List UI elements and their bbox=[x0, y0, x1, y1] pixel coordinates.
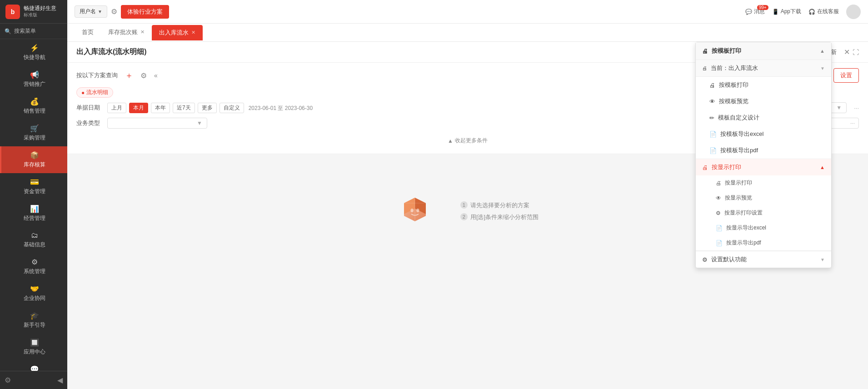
search-scheme-label: 按以下方案查询 bbox=[76, 71, 118, 80]
pdf-icon: 📄 bbox=[709, 147, 717, 154]
sidebar-item-system[interactable]: ⚙ 系统管理 bbox=[0, 253, 67, 280]
sidebar-item-marketing[interactable]: 📢 营销推广 bbox=[0, 66, 67, 93]
sidebar-search-area[interactable]: 🔍 搜索菜单 bbox=[0, 24, 67, 39]
template-pdf-item[interactable]: 📄 按模板导出pdf bbox=[696, 142, 831, 159]
display-preview-icon: 👁 bbox=[716, 195, 721, 201]
app-download-btn[interactable]: 📱 App下载 bbox=[772, 8, 801, 15]
current-template-item[interactable]: 🖨 当前：出入库流水 ▼ bbox=[696, 60, 831, 77]
page-title: 出入库流水(流水明细) bbox=[76, 47, 147, 57]
sidebar-item-label: 基础信息 bbox=[24, 241, 45, 249]
tip-num-2: 2 bbox=[460, 213, 468, 220]
sidebar-item-label: 营销推广 bbox=[24, 80, 45, 88]
filter-settings-icon[interactable]: ⚙ bbox=[140, 71, 147, 80]
filter-collapse-icon[interactable]: « bbox=[154, 72, 158, 79]
main-area: 用户名 ▼ ⚙ 体验行业方案 💬 消息 99+ 📱 App下载 🎧 在线客服 bbox=[67, 0, 868, 389]
sidebar-item-inventory[interactable]: 📦 库存核算 bbox=[0, 146, 67, 173]
system-icon: ⚙ bbox=[31, 258, 38, 266]
sidebar-navigation: ⚡ 快捷导航 📢 营销推广 💰 销售管理 🛒 采购管理 📦 库存核算 💳 资金管… bbox=[0, 39, 67, 371]
sidebar-item-basic[interactable]: 🗂 基础信息 bbox=[0, 227, 67, 253]
tab-flow[interactable]: 出入库流水 ✕ bbox=[152, 25, 203, 40]
warehouse-more-icon[interactable]: ··· bbox=[850, 120, 855, 126]
date-btn-custom[interactable]: 自定义 bbox=[219, 103, 244, 113]
display-settings-item[interactable]: ⚙ 按显示打印设置 bbox=[696, 205, 831, 220]
tab-flow-close-icon[interactable]: ✕ bbox=[191, 30, 195, 35]
settings-default-icon: ⚙ bbox=[702, 256, 708, 263]
display-pdf-icon: 📄 bbox=[716, 240, 723, 246]
template-preview-label: 按模板预览 bbox=[719, 97, 748, 105]
display-print-item[interactable]: 🖨 按显示打印 bbox=[696, 175, 831, 190]
quick-nav-icon: ⚡ bbox=[30, 44, 39, 52]
sidebar-item-apps[interactable]: 🔲 应用中心 bbox=[0, 334, 67, 360]
display-preview-item[interactable]: 👁 按显示预览 bbox=[696, 190, 831, 205]
tag-circle-icon: ● bbox=[81, 90, 85, 96]
tab-home-label: 首页 bbox=[82, 28, 94, 36]
sidebar-item-operations[interactable]: 📊 经营管理 bbox=[0, 200, 67, 227]
date-btn-current-year[interactable]: 本年 bbox=[151, 103, 170, 113]
headset-icon: 🎧 bbox=[808, 9, 815, 15]
settings-gear-icon[interactable]: ⚙ bbox=[111, 7, 117, 16]
sidebar-item-collab[interactable]: 🤝 企业协同 bbox=[0, 280, 67, 307]
tab-home[interactable]: 首页 bbox=[75, 25, 101, 41]
sales-icon: 💰 bbox=[30, 97, 39, 106]
type-more-icon[interactable]: ··· bbox=[854, 105, 859, 111]
preview-icon: 👁 bbox=[709, 98, 715, 105]
messages-btn[interactable]: 💬 消息 99+ bbox=[745, 8, 765, 15]
date-btn-last-month[interactable]: 上月 bbox=[107, 103, 126, 113]
logo-icon: b bbox=[5, 5, 20, 19]
logo-area: b 畅捷通好生意 标准版 bbox=[0, 0, 67, 24]
date-btn-current-month[interactable]: 本月 bbox=[129, 103, 148, 113]
display-print-label: 按显示打印 bbox=[725, 179, 752, 187]
add-filter-icon[interactable]: ＋ bbox=[125, 70, 133, 81]
footer-collapse-icon[interactable]: ◀ bbox=[57, 376, 63, 384]
message-icon: 💬 bbox=[745, 9, 752, 15]
panel-close-btn[interactable]: ✕ bbox=[844, 48, 850, 56]
online-service-btn[interactable]: 🎧 在线客服 bbox=[808, 8, 839, 15]
dropdown-toggle-icon[interactable]: ▲ bbox=[820, 48, 825, 54]
user-avatar[interactable] bbox=[846, 5, 861, 19]
date-btn-more[interactable]: 更多 bbox=[198, 103, 217, 113]
dropdown-footer[interactable]: ⚙ 设置默认功能 ▼ bbox=[696, 251, 831, 268]
printer-icon: 🖨 bbox=[709, 82, 715, 89]
display-settings-icon: ⚙ bbox=[716, 210, 721, 216]
business-type-select[interactable]: ▼ bbox=[107, 118, 207, 129]
tab-flow-label: 出入库流水 bbox=[159, 29, 189, 37]
display-section-header[interactable]: 🖨 按显示打印 ▲ bbox=[696, 159, 831, 175]
sidebar-item-label: 资金管理 bbox=[24, 188, 45, 195]
filter-tag[interactable]: ● 流水明细 bbox=[76, 87, 113, 98]
sidebar-item-purchase[interactable]: 🛒 采购管理 bbox=[0, 120, 67, 146]
sidebar-item-quick-nav[interactable]: ⚡ 快捷导航 bbox=[0, 39, 67, 66]
marketing-icon: 📢 bbox=[30, 70, 39, 79]
tab-batch-label: 库存批次账 bbox=[108, 28, 138, 36]
date-btn-7days[interactable]: 近7天 bbox=[173, 103, 195, 113]
panel-expand-btn[interactable]: ⛶ bbox=[853, 49, 859, 56]
search-menu-btn[interactable]: 🔍 搜索菜单 bbox=[5, 27, 63, 35]
display-pdf-item[interactable]: 📄 按显示导出pdf bbox=[696, 235, 831, 250]
collapse-btn[interactable]: ▲ 收起更多条件 bbox=[448, 137, 488, 145]
app-download-label: App下载 bbox=[781, 8, 801, 15]
sidebar-item-guide[interactable]: 🎓 新手引导 bbox=[0, 307, 67, 334]
template-custom-item[interactable]: ✏ 模板自定义设计 bbox=[696, 110, 831, 126]
user-selector[interactable]: 用户名 ▼ bbox=[75, 5, 107, 18]
wechat-icon: 💬 bbox=[30, 365, 39, 371]
setting-btn[interactable]: 设置 bbox=[833, 68, 859, 83]
apps-icon: 🔲 bbox=[30, 338, 39, 347]
footer-settings-icon[interactable]: ⚙ bbox=[5, 376, 11, 384]
template-print-item[interactable]: 🖨 按模板打印 bbox=[696, 77, 831, 93]
sidebar-item-wechat[interactable]: 💬 企业微信 bbox=[0, 360, 67, 371]
print-dropdown-panel: 🖨 按模板打印 ▲ 🖨 当前：出入库流水 ▼ 🖨 按模板打印 👁 按模板预览 bbox=[695, 42, 832, 268]
sidebar-item-label: 采购管理 bbox=[24, 134, 45, 142]
content-area: 出入库流水(流水明细) 🖨 按模板打印 ▲ 📤 导出 🔄 刷新 ✕ ⛶ bbox=[67, 42, 868, 389]
sidebar-item-label: 系统管理 bbox=[24, 268, 45, 275]
inventory-icon: 📦 bbox=[30, 151, 39, 160]
template-preview-item[interactable]: 👁 按模板预览 bbox=[696, 93, 831, 110]
tab-batch[interactable]: 库存批次账 ✕ bbox=[101, 25, 152, 41]
tag-label: 流水明细 bbox=[86, 89, 108, 96]
sidebar-item-sales[interactable]: 💰 销售管理 bbox=[0, 93, 67, 120]
sidebar-item-finance[interactable]: 💳 资金管理 bbox=[0, 173, 67, 200]
sidebar-item-label: 应用中心 bbox=[24, 348, 45, 356]
template-excel-item[interactable]: 📄 按模板导出excel bbox=[696, 126, 831, 142]
tip-num-1: 1 bbox=[460, 201, 468, 209]
display-excel-item[interactable]: 📄 按显示导出excel bbox=[696, 220, 831, 235]
tab-batch-close-icon[interactable]: ✕ bbox=[140, 29, 145, 35]
industry-btn[interactable]: 体验行业方案 bbox=[121, 5, 169, 19]
